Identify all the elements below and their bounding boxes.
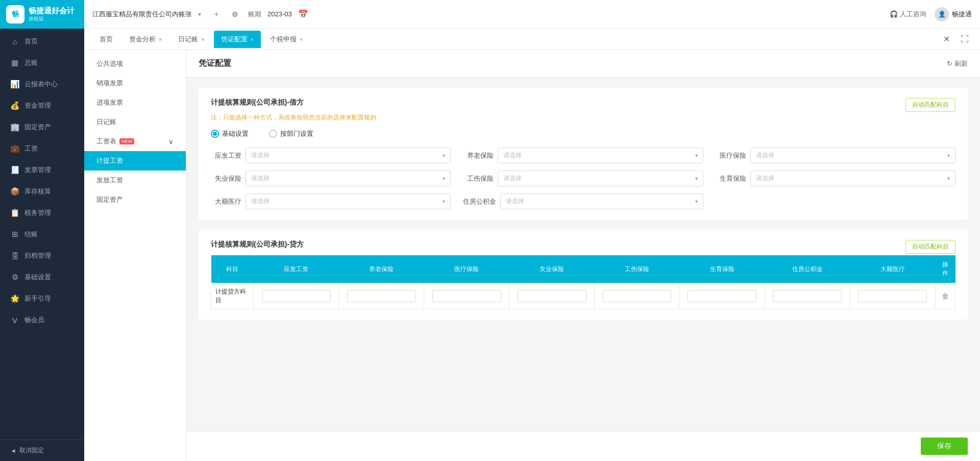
select-yingfa[interactable]: 请选择 ▾	[246, 148, 451, 163]
invoice-icon: 🧾	[10, 165, 19, 175]
credit-table-body: 计提贷方科目 🗑	[211, 283, 955, 309]
tab-journal[interactable]: 日记账 ×	[171, 31, 211, 48]
sidebar-item-settlement[interactable]: ⊞ 结账	[0, 224, 84, 245]
auto-match-credit-btn[interactable]: 自动匹配科目	[905, 240, 955, 254]
logo-area: 畅 畅捷通好会计 旗舰版	[0, 0, 84, 29]
menu-item-sales[interactable]: 销项发票	[84, 74, 186, 93]
menu-item-purchase[interactable]: 进项发票	[84, 93, 186, 112]
select-yanglao[interactable]: 请选择 ▾	[498, 148, 703, 163]
sidebar-item-settings[interactable]: ⚙ 基础设置	[0, 266, 84, 288]
sidebar-item-salary[interactable]: 💼 工资	[0, 138, 84, 159]
cancel-fixed-btn[interactable]: ◄ 取消固定	[0, 440, 84, 461]
tab-fund-close[interactable]: ×	[159, 36, 162, 42]
credit-table-header: 科目 应发工资 养老保险 医疗保险 失业保险 工伤保险 生育保险 住房公积金 大…	[211, 255, 955, 283]
sidebar-item-fixed-assets[interactable]: 🏢 固定资产	[0, 116, 84, 138]
field-gongshang: 工伤保险 请选择 ▾	[463, 171, 703, 186]
inner-content: 自动匹配科目 计提核算规则(公司承担)-借方 注：只能选择一种方式，系统将按照您…	[186, 78, 980, 431]
field-shiye: 失业保险 请选择 ▾	[211, 171, 451, 186]
menu-item-fixed-assets[interactable]: 固定资产	[84, 190, 186, 209]
guide-icon: 🌟	[10, 294, 19, 303]
select-shiye[interactable]: 请选择 ▾	[246, 171, 451, 186]
label-yiliao: 医疗保险	[716, 151, 746, 160]
menu-item-journal[interactable]: 日记账	[84, 112, 186, 132]
sidebar-item-reports[interactable]: 📊 云报表中心	[0, 74, 84, 95]
fund-icon: 💰	[10, 101, 19, 110]
cell-gongshang-input	[595, 283, 680, 309]
service-btn[interactable]: 🎧 人工咨询	[890, 10, 926, 19]
user-menu[interactable]: 👤 畅捷通	[935, 7, 972, 21]
archive-icon: 🗄	[10, 251, 19, 260]
left-menu: 公共选项 销项发票 进项发票 日记账 工资表 NEW ∨ 计提工资 发放工资 固…	[84, 50, 186, 461]
sidebar-item-invoice[interactable]: 🧾 发票管理	[0, 159, 84, 181]
menu-item-salary-table[interactable]: 工资表 NEW ∨	[84, 132, 186, 151]
menu-item-public[interactable]: 公共选项	[84, 54, 186, 74]
tab-journal-close[interactable]: ×	[201, 36, 204, 42]
sidebar-item-archive[interactable]: 🗄 归档管理	[0, 245, 84, 266]
sidebar-item-ledger[interactable]: ▦ 总账	[0, 52, 84, 74]
label-dae: 大额医疗	[211, 197, 241, 206]
input-gongshang[interactable]	[603, 290, 672, 302]
select-yiliao[interactable]: 请选择 ▾	[750, 148, 955, 163]
sidebar-item-tax[interactable]: 📋 税务管理	[0, 202, 84, 224]
sidebar-item-inventory[interactable]: 📦 库存核算	[0, 181, 84, 202]
content-area: 公共选项 销项发票 进项发票 日记账 工资表 NEW ∨ 计提工资 发放工资 固…	[84, 50, 980, 461]
tab-voucher[interactable]: 凭证配置 ×	[214, 31, 261, 48]
company-dropdown-arrow[interactable]: ▾	[198, 11, 201, 18]
input-zhufang[interactable]	[773, 290, 842, 302]
period-value: 2023-03	[267, 10, 292, 18]
tab-tax-close[interactable]: ×	[300, 36, 303, 42]
tab-tax[interactable]: 个税申报 ×	[263, 31, 310, 48]
menu-item-salary-pay[interactable]: 发放工资	[84, 171, 186, 190]
inventory-icon: 📦	[10, 187, 19, 196]
select-gongshang[interactable]: 请选择 ▾	[498, 171, 703, 186]
select-shengyu[interactable]: 请选择 ▾	[750, 171, 955, 186]
field-yanglao: 养老保险 请选择 ▾	[463, 148, 703, 163]
input-yanglao[interactable]	[347, 290, 416, 302]
vip-icon: V	[10, 316, 19, 325]
add-btn[interactable]: ＋	[209, 7, 224, 21]
input-yingfa[interactable]	[262, 290, 331, 302]
logo-text: 畅捷通好会计	[29, 6, 75, 15]
tab-home[interactable]: 首页	[92, 31, 120, 48]
sidebar-item-home[interactable]: ⌂ 首页	[0, 31, 84, 52]
select-zhufang[interactable]: 请选择 ▾	[500, 193, 703, 209]
input-yiliao[interactable]	[432, 290, 501, 302]
settings-btn[interactable]: ⚙	[228, 7, 242, 21]
headset-icon: 🎧	[890, 10, 898, 18]
tab-expand-btn[interactable]: ⛶	[958, 32, 972, 46]
refresh-btn[interactable]: ↻ 刷新	[947, 59, 968, 68]
save-button[interactable]: 保存	[921, 438, 968, 455]
input-dae[interactable]	[858, 290, 927, 302]
delete-row-btn[interactable]: 🗑	[942, 292, 949, 300]
col-dae: 大额医疗	[850, 255, 935, 283]
arrow-left-icon: ◄	[10, 447, 16, 454]
sidebar-nav: ⌂ 首页 ▦ 总账 📊 云报表中心 💰 资金管理 🏢 固定资产 💼 工资 🧾 发…	[0, 29, 84, 440]
chevron-shengyu: ▾	[947, 176, 950, 181]
sidebar-item-guide[interactable]: 🌟 新手引导	[0, 288, 84, 309]
refresh-icon: ↻	[947, 60, 952, 67]
radio-basic[interactable]: 基础设置	[211, 129, 249, 138]
select-dae[interactable]: 请选择 ▾	[246, 193, 451, 209]
settings-icon: ⚙	[10, 273, 19, 282]
salary-table-label: 工资表 NEW	[96, 137, 134, 146]
tab-fund[interactable]: 资金分析 ×	[122, 31, 169, 48]
sidebar-item-fund[interactable]: 💰 资金管理	[0, 95, 84, 116]
cell-shengyu-input	[679, 283, 765, 309]
label-yanglao: 养老保险	[463, 151, 494, 160]
input-shiye[interactable]	[518, 290, 586, 302]
cell-yanglao-input	[339, 283, 424, 309]
calendar-icon[interactable]: 📅	[298, 9, 308, 19]
credit-table: 科目 应发工资 养老保险 医疗保险 失业保险 工伤保险 生育保险 住房公积金 大…	[211, 255, 955, 309]
sidebar-item-vip[interactable]: V 畅会员	[0, 309, 84, 331]
radio-dept[interactable]: 按部门设置	[269, 129, 313, 138]
menu-item-salary-calc[interactable]: 计提工资	[84, 151, 186, 171]
input-shengyu[interactable]	[688, 290, 756, 302]
settlement-icon: ⊞	[10, 230, 19, 239]
tab-voucher-close[interactable]: ×	[251, 36, 254, 42]
tax-icon: 📋	[10, 208, 19, 217]
auto-match-debit-btn[interactable]: 自动匹配科目	[905, 98, 955, 112]
field-yiliao: 医疗保险 请选择 ▾	[716, 148, 955, 163]
tab-close-btn[interactable]: ✕	[939, 32, 953, 46]
chevron-yingfa: ▾	[443, 153, 445, 158]
chevron-shiye: ▾	[443, 176, 445, 181]
